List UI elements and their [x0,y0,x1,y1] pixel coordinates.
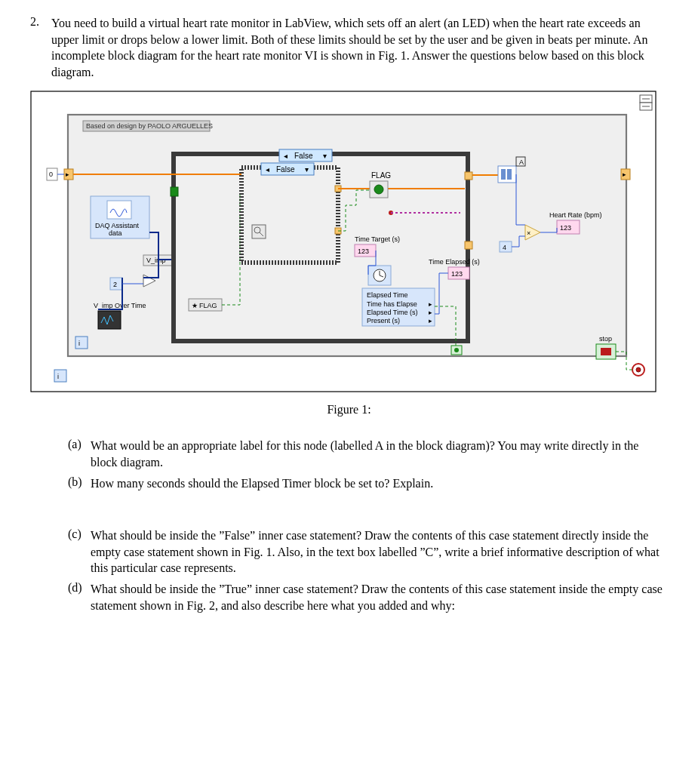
part-b: (b) How many seconds should the Elapsed … [68,475,668,492]
question-text: You need to build a virtual heart rate m… [51,15,668,80]
part-c-text: What should be inside the ”False” inner … [91,527,668,576]
part-a-text: What would be an appropriate label for t… [91,438,668,470]
flag-indicator: FLAG [370,171,391,198]
figure-caption: Figure 1: [30,403,668,417]
daq-assistant-node: DAQ Assistant data [91,196,149,238]
svg-text:▾: ▾ [323,152,327,160]
svg-text:Heart Rate (bpm): Heart Rate (bpm) [549,211,602,219]
svg-text:Time Elapsed (s): Time Elapsed (s) [429,258,480,266]
svg-text:▸: ▸ [66,171,69,178]
svg-rect-13 [107,201,131,219]
part-d-label: (d) [68,581,91,595]
part-d-text: What should be inside the ”True” inner c… [91,581,668,613]
question-stem: 2. You need to build a virtual heart rat… [30,15,668,80]
svg-text:123: 123 [451,270,463,278]
svg-rect-62 [507,169,512,180]
svg-text:123: 123 [560,224,571,232]
part-b-text: How many seconds should the Elapsed Time… [91,475,668,492]
svg-text:▸: ▸ [623,171,626,178]
svg-rect-21 [98,311,121,329]
shift-register-right: ▸ [621,169,630,180]
svg-rect-61 [501,169,506,180]
magnifier-icon [252,225,266,238]
svg-rect-73 [601,348,611,355]
svg-text:▾: ▾ [305,165,309,174]
svg-text:i: i [78,340,80,347]
svg-point-40 [374,185,383,194]
part-a: (a) What would be an appropriate label f… [68,438,668,470]
svg-text:◂: ◂ [284,152,288,160]
svg-text:V_imp Over Time: V_imp Over Time [94,302,146,309]
window-corner-icon [640,95,652,110]
shift-register-left: ▸ [64,169,73,180]
svg-text:★: ★ [192,302,198,309]
svg-text:Present (s): Present (s) [367,317,400,324]
svg-text:0: 0 [49,171,53,178]
labview-block-diagram: Based on design by PAOLO ARGUELLES i i ▸… [30,91,656,392]
loop-iteration-terminal [75,337,88,349]
outer-case-selector[interactable]: ◂ False ▾ [279,149,332,161]
svg-text:stop: stop [599,335,612,343]
part-b-label: (b) [68,475,91,489]
part-a-label: (a) [68,438,91,451]
part-c-label: (c) [68,527,91,541]
svg-text:4: 4 [503,244,506,251]
svg-text:DAQ Assistant: DAQ Assistant [95,222,140,229]
loop-stop-condition [632,364,644,376]
svg-text:data: data [109,229,122,237]
part-d: (d) What should be inside the ”True” inn… [68,581,668,613]
svg-point-75 [636,367,641,372]
credit-text: Based on design by PAOLO ARGUELLES [86,122,213,130]
svg-text:i: i [57,373,59,380]
question-number: 2. [30,15,51,29]
outer-terminal [54,370,66,382]
svg-rect-33 [252,225,266,238]
svg-text:◂: ◂ [266,165,269,174]
svg-text:FLAG: FLAG [371,171,391,180]
svg-text:▸: ▸ [429,300,432,308]
svg-text:Elapsed Time: Elapsed Time [367,291,408,299]
outer-case-tunnel-top [465,172,472,180]
inner-case-selector[interactable]: ◂ False ▾ [261,163,314,175]
svg-text:False: False [276,165,295,174]
svg-text:Time has Elapse: Time has Elapse [367,300,417,308]
flag-local-variable: ★ FLAG [189,299,222,311]
svg-text:×: × [527,229,530,237]
inner-case-structure [241,168,338,263]
svg-point-59 [454,348,459,352]
svg-text:Time Target (s): Time Target (s) [355,235,400,243]
svg-text:FLAG: FLAG [199,302,217,309]
part-c: (c) What should be inside the ”False” in… [68,527,668,576]
outer-case-selector-terminal [171,187,178,196]
outer-case-tunnel-bot [465,241,472,249]
svg-text:123: 123 [358,247,369,255]
svg-text:A: A [519,158,524,166]
svg-text:Elapsed Time (s): Elapsed Time (s) [367,309,418,316]
svg-text:2: 2 [113,281,117,288]
block-diagram-figure: Based on design by PAOLO ARGUELLES i i ▸… [30,91,656,392]
svg-text:▸: ▸ [429,309,432,316]
svg-text:False: False [294,152,313,160]
svg-text:▸: ▸ [429,317,432,324]
